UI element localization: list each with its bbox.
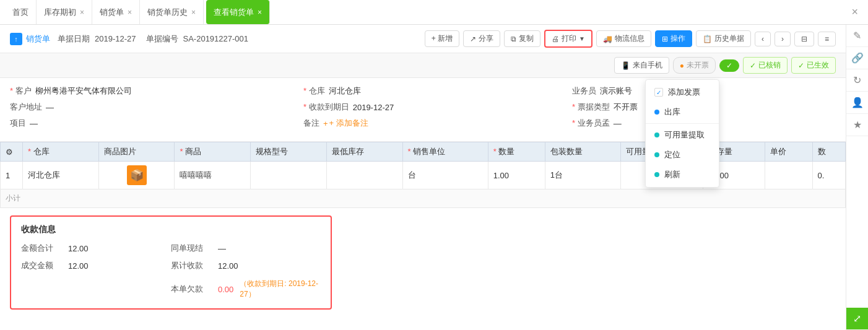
tab-home[interactable]: 首页 bbox=[5, 0, 37, 24]
col-unit-price: 单价 bbox=[765, 142, 812, 162]
tab-sales-order[interactable]: 销货单 × bbox=[92, 0, 140, 24]
payment-date-group: * 收款到期日 2019-12-27 bbox=[303, 102, 567, 113]
from-phone-button[interactable]: 📱 来自手机 bbox=[614, 57, 669, 74]
history-icon: 📋 bbox=[703, 35, 712, 43]
sidebar-expand-icon[interactable]: ⤢ bbox=[846, 308, 869, 330]
dropdown-locate[interactable]: 定位 bbox=[646, 145, 719, 165]
tab-sales-order-close[interactable]: × bbox=[128, 8, 132, 17]
not-open-ticket-button[interactable]: ● 未开票 bbox=[673, 57, 716, 74]
dropdown-refresh[interactable]: 刷新 bbox=[646, 165, 719, 185]
copy-button[interactable]: ⧉ 复制 bbox=[504, 30, 540, 47]
dropdown-outbound[interactable]: 出库 bbox=[646, 102, 719, 122]
row-product-image: 📦 bbox=[98, 162, 175, 189]
add-note-button[interactable]: + + 添加备注 bbox=[323, 118, 368, 129]
col-product: * 商品 bbox=[175, 142, 251, 162]
cumulative-receipt-row: 累计收款 12.00 bbox=[171, 259, 321, 272]
prev-page-button[interactable]: ‹ bbox=[755, 32, 771, 46]
operation-button[interactable]: ⊞ 操作 bbox=[655, 30, 692, 47]
doc-meta: 单据日期 2019-12-27 单据编号 SA-20191227-001 bbox=[58, 33, 248, 45]
payment-title: 收款信息 bbox=[21, 224, 321, 235]
dot-teal-icon-2 bbox=[654, 152, 659, 157]
operation-dropdown: ✓ 添加发票 出库 可用量提取 定位 刷新 bbox=[645, 79, 719, 188]
row-quantity: 1.00 bbox=[488, 162, 545, 189]
col-product-image: 商品图片 bbox=[98, 142, 175, 162]
sidebar-star-icon[interactable]: ★ bbox=[846, 114, 869, 136]
date-label: 单据日期 2019-12-27 bbox=[58, 33, 136, 45]
row-amount: 0. bbox=[812, 162, 845, 189]
same-order-value: — bbox=[218, 244, 226, 253]
due-date-text: （收款到期日: 2019-12-27） bbox=[240, 279, 321, 300]
current-due-row: 本单欠款 0.00 （收款到期日: 2019-12-27） bbox=[171, 277, 321, 301]
payment-grid: 金额合计 12.00 同单现结 — 成交金额 12.00 累计收款 12.00 … bbox=[21, 241, 321, 301]
staff-value: 演示账号 bbox=[600, 85, 632, 97]
doc-title-icon: ↑ bbox=[10, 33, 22, 45]
payment-date-value: 2019-12-27 bbox=[353, 103, 394, 112]
logistics-button[interactable]: 🚚 物流信息 bbox=[596, 30, 651, 47]
sold-check-icon: ✓ bbox=[750, 61, 756, 70]
list-view-button[interactable]: ≡ bbox=[818, 32, 836, 46]
check-mark: ✓ bbox=[726, 61, 732, 70]
col-settings[interactable]: ⚙ bbox=[1, 142, 23, 162]
window-close-button[interactable]: × bbox=[846, 6, 863, 19]
plus-icon: + bbox=[323, 119, 328, 128]
dropdown-add-invoice[interactable]: ✓ 添加发票 bbox=[646, 82, 719, 102]
tab-inventory-init-close[interactable]: × bbox=[80, 8, 84, 17]
sidebar-refresh-icon[interactable]: ↻ bbox=[846, 69, 869, 92]
dropdown-available-qty[interactable]: 可用量提取 bbox=[646, 125, 719, 145]
number-label: 单据编号 SA-20191227-001 bbox=[146, 33, 249, 45]
sidebar-edit-icon[interactable]: ✎ bbox=[846, 25, 869, 47]
phone-icon: 📱 bbox=[621, 61, 630, 70]
doc-actions: + 新增 ↗ 分享 ⧉ 复制 🖨 打印 ▼ 🚚 物流信息 bbox=[425, 30, 836, 48]
tab-bar: 首页 库存期初 × 销货单 × 销货单历史 × 查看销货单 × × bbox=[0, 0, 868, 25]
next-page-button[interactable]: › bbox=[775, 32, 791, 46]
project-value: — bbox=[30, 119, 38, 128]
sidebar-link-icon[interactable]: 🔗 bbox=[846, 47, 869, 69]
address-group: 客户地址 — bbox=[10, 102, 274, 113]
col-min-stock: 最低库存 bbox=[326, 142, 402, 162]
subtotal-cell: 小计 bbox=[1, 189, 846, 208]
tab-check-sales[interactable]: 查看销货单 × bbox=[206, 0, 270, 24]
dot-teal-icon-3 bbox=[654, 172, 659, 177]
row-min-stock bbox=[326, 162, 402, 189]
warehouse-group: * 仓库 河北仓库 bbox=[303, 85, 567, 97]
subtotal-row: 小计 bbox=[1, 189, 846, 208]
effective-button[interactable]: ✓ 已生效 bbox=[791, 57, 836, 74]
checkbox-icon: ✓ bbox=[654, 88, 663, 97]
dot-teal-icon-1 bbox=[654, 132, 659, 137]
sold-button[interactable]: ✓ 已核销 bbox=[743, 57, 788, 74]
grid-view-button[interactable]: ⊟ bbox=[794, 32, 814, 46]
doc-title: ↑ 销货单 bbox=[10, 33, 50, 45]
action-bar-right: 📱 来自手机 ● 未开票 ✓ ✓ 已核销 ✓ 已生效 bbox=[614, 57, 836, 74]
grid-icon: ⊟ bbox=[801, 35, 807, 43]
tab-sales-history-close[interactable]: × bbox=[191, 8, 196, 17]
staff2-value: — bbox=[614, 119, 622, 128]
col-spec: 规格型号 bbox=[251, 142, 327, 162]
same-order-row: 同单现结 — bbox=[171, 241, 321, 255]
note-group: 备注 + + 添加备注 bbox=[303, 118, 567, 129]
share-button[interactable]: ↗ 分享 bbox=[463, 30, 500, 47]
history-button[interactable]: 📋 历史单据 bbox=[696, 30, 751, 47]
tab-inventory-init[interactable]: 库存期初 × bbox=[37, 0, 92, 24]
warehouse-value: 河北仓库 bbox=[329, 85, 361, 97]
cumulative-receipt-value: 12.00 bbox=[218, 261, 238, 271]
document-header: ↑ 销货单 单据日期 2019-12-27 单据编号 SA-20191227-0… bbox=[0, 25, 846, 53]
check-icon-button[interactable]: ✓ bbox=[719, 59, 739, 72]
customer-group: * 客户 柳州粤港平安气体有限公司 bbox=[10, 85, 274, 97]
copy-icon: ⧉ bbox=[511, 35, 516, 43]
transaction-amount-row: 成交金额 12.00 bbox=[21, 259, 171, 272]
list-icon: ≡ bbox=[825, 35, 829, 43]
total-amount-row: 金额合计 12.00 bbox=[21, 241, 171, 255]
row-unit-price bbox=[765, 162, 812, 189]
sidebar-user-icon[interactable]: 👤 bbox=[846, 92, 869, 114]
row-pack-qty: 1台 bbox=[545, 162, 621, 189]
project-group: 项目 — bbox=[10, 118, 274, 129]
new-button[interactable]: + 新增 bbox=[425, 30, 459, 47]
col-warehouse: * 仓库 bbox=[23, 142, 99, 162]
ticket-type-value: 不开票 bbox=[614, 102, 638, 113]
circle-icon: ● bbox=[680, 61, 684, 70]
row-product: 嘻嘻嘻嘻 bbox=[175, 162, 251, 189]
tab-sales-history[interactable]: 销货单历史 × bbox=[140, 0, 204, 24]
print-button[interactable]: 🖨 打印 ▼ bbox=[544, 30, 592, 48]
transaction-amount-value: 12.00 bbox=[68, 261, 89, 271]
tab-check-sales-close[interactable]: × bbox=[258, 8, 262, 17]
